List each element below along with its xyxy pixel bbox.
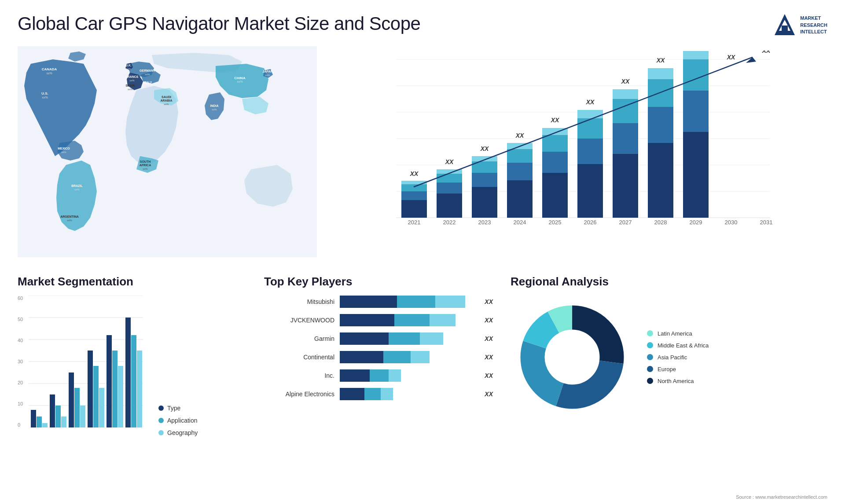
svg-rect-88	[648, 68, 673, 79]
geography-dot	[158, 430, 164, 435]
donut-center	[546, 331, 599, 383]
svg-rect-73	[577, 164, 603, 218]
regional-donut-area: Latin America Middle East & Africa Asia …	[511, 296, 827, 419]
svg-text:BRAZIL: BRAZIL	[71, 184, 83, 187]
svg-rect-79	[613, 154, 638, 218]
svg-text:2022: 2022	[443, 219, 456, 226]
svg-rect-131	[131, 335, 136, 427]
svg-text:XX: XX	[515, 132, 525, 139]
svg-text:2027: 2027	[619, 219, 632, 226]
svg-text:SOUTH: SOUTH	[140, 160, 151, 163]
legend-latin-america: Latin America	[647, 330, 709, 337]
player-xx-inc: XX	[485, 372, 493, 379]
svg-rect-127	[112, 351, 118, 427]
svg-text:FRANCE: FRANCE	[125, 75, 138, 78]
svg-rect-112	[42, 423, 48, 427]
segmentation-chart-area: 60 50 40 30 20 10 0	[18, 296, 246, 436]
players-bars-list: Mitsubishi XX JVCKENWOOD	[264, 296, 493, 400]
player-xx-alpine: XX	[485, 391, 493, 398]
svg-text:XX: XX	[586, 99, 595, 106]
svg-rect-128	[118, 366, 123, 427]
svg-rect-75	[577, 118, 603, 139]
svg-rect-50	[437, 183, 462, 194]
segmentation-title: Market Segmentation	[18, 275, 246, 289]
north-america-label: North America	[658, 378, 694, 384]
svg-text:XX: XX	[551, 117, 560, 124]
svg-text:xx%: xx%	[143, 168, 148, 170]
legend-application: Application	[158, 417, 198, 424]
legend-geography-label: Geography	[167, 429, 198, 436]
svg-rect-2	[782, 26, 788, 31]
legend-middle-east: Middle East & Africa	[647, 342, 709, 349]
asia-pacific-label: Asia Pacific	[658, 354, 687, 361]
player-xx-jvckenwood: XX	[485, 317, 493, 324]
svg-text:xx%: xx%	[145, 73, 150, 76]
svg-text:xx%: xx%	[265, 74, 270, 77]
player-name-jvckenwood: JVCKENWOOD	[264, 317, 334, 324]
svg-text:GERMANY: GERMANY	[140, 69, 155, 72]
svg-text:xx%: xx%	[129, 79, 135, 82]
regional-section: Regional Analysis	[511, 275, 827, 495]
svg-text:2023: 2023	[478, 219, 491, 226]
svg-rect-118	[69, 373, 74, 427]
svg-text:xx%: xx%	[128, 88, 133, 91]
player-row-garmin: Garmin XX	[264, 332, 493, 345]
latin-america-label: Latin America	[658, 330, 692, 337]
svg-rect-55	[472, 187, 497, 218]
svg-rect-74	[577, 139, 603, 164]
svg-rect-87	[648, 79, 673, 107]
world-map-container: CANADA xx% U.S. xx% MEXICO xx% BRAZIL xx…	[18, 46, 317, 262]
segmentation-bar-chart: 60 50 40 30 20 10 0	[18, 296, 150, 436]
regional-legend: Latin America Middle East & Africa Asia …	[647, 330, 709, 384]
world-map-svg: CANADA xx% U.S. xx% MEXICO xx% BRAZIL xx…	[18, 46, 317, 257]
svg-rect-122	[88, 351, 93, 427]
legend-geography: Geography	[158, 429, 198, 436]
svg-text:ARGENTINA: ARGENTINA	[60, 215, 79, 218]
north-america-dot	[647, 378, 653, 384]
player-bar-inc	[340, 369, 476, 382]
player-bar-mitsubishi	[340, 296, 476, 308]
player-name-alpine: Alpine Electronics	[264, 391, 334, 398]
svg-rect-82	[613, 89, 638, 99]
regional-title: Regional Analysis	[511, 275, 827, 289]
svg-rect-110	[31, 410, 36, 427]
player-bar-alpine	[340, 388, 476, 400]
svg-text:2028: 2028	[654, 219, 667, 226]
svg-rect-120	[80, 405, 85, 427]
player-row-inc: Inc. XX	[264, 369, 493, 382]
svg-text:2024: 2024	[514, 219, 526, 226]
svg-text:xx%: xx%	[74, 188, 80, 191]
bottom-section: Market Segmentation 60 50 40 30 20 10 0	[0, 266, 845, 495]
legend-north-america: North America	[647, 378, 709, 384]
svg-rect-116	[61, 416, 66, 427]
svg-text:xx%: xx%	[145, 85, 151, 88]
svg-rect-80	[613, 123, 638, 154]
svg-text:XX: XX	[410, 170, 419, 177]
svg-rect-63	[507, 149, 533, 163]
player-xx-continental: XX	[485, 354, 493, 361]
svg-text:xx%: xx%	[42, 96, 48, 99]
player-name-garmin: Garmin	[264, 335, 334, 342]
svg-rect-68	[542, 152, 568, 173]
svg-text:XX: XX	[621, 78, 630, 85]
svg-text:SAUDI: SAUDI	[162, 95, 171, 99]
logo-icon	[774, 13, 796, 37]
players-title: Top Key Players	[264, 275, 493, 289]
svg-rect-45	[401, 184, 427, 191]
svg-text:XX: XX	[445, 158, 454, 165]
legend-europe: Europe	[647, 366, 709, 373]
svg-rect-49	[437, 194, 462, 218]
svg-rect-69	[542, 135, 568, 152]
svg-rect-86	[648, 107, 673, 143]
application-dot	[158, 418, 164, 423]
svg-rect-126	[107, 335, 112, 427]
svg-text:XX: XX	[480, 145, 489, 152]
type-dot	[158, 405, 164, 411]
asia-pacific-dot	[647, 354, 653, 360]
svg-rect-43	[401, 200, 427, 218]
svg-rect-76	[577, 110, 603, 118]
svg-rect-124	[99, 388, 104, 427]
svg-text:xx%: xx%	[237, 80, 242, 83]
svg-text:2031: 2031	[760, 219, 773, 226]
europe-label: Europe	[658, 366, 676, 373]
